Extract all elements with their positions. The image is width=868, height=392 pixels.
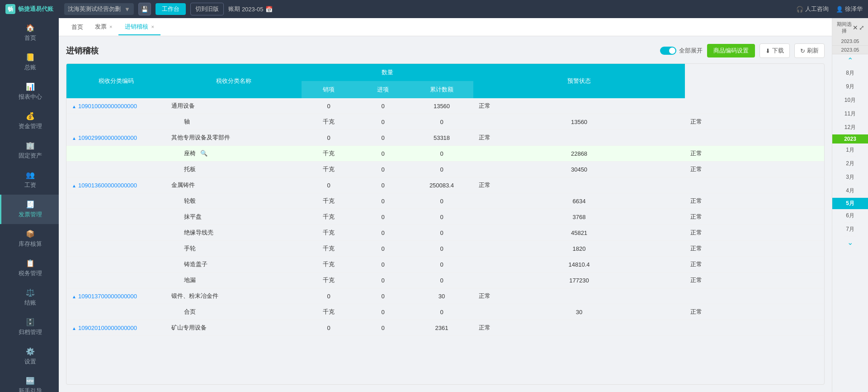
sidebar-item-finance[interactable]: 💰 资金管理 [0,106,59,136]
sidebar-item-salary[interactable]: 👥 工资 [0,165,59,195]
table-row[interactable]: ▲109029900000000000 其他专用设备及零部件 0 0 53318… [66,130,824,146]
period-month-7[interactable]: 7月 [844,223,856,236]
period-label: 账期 [228,5,240,13]
cell-purchase: 0 [356,98,410,114]
close-panel-icon[interactable]: ✕ [853,24,858,31]
cell-unit: 千克 [302,146,356,162]
invoice-icon: 🧾 [26,200,35,209]
sidebar-item-settings[interactable]: ⚙️ 设置 [0,342,59,371]
sidebar-item-archive[interactable]: 🗄️ 归档管理 [0,312,59,342]
brand-icon: 畅 [5,4,15,14]
tab-reconcile[interactable]: 进销稽核 × [118,19,160,35]
tax-icon: 📋 [26,259,35,268]
table-row[interactable]: ▲109013700000000000 锻件、粉末冶金件 0 0 30 正常 [66,288,824,304]
tab-reconcile-close[interactable]: × [151,24,154,29]
table-row[interactable]: ▲109010000000000000 通用设备 0 0 13560 正常 [66,98,824,114]
download-button[interactable]: ⬇ 下载 [760,43,790,58]
period-month-2[interactable]: 2月 [844,157,856,171]
sidebar-item-report[interactable]: 📊 报表中心 [0,77,59,106]
company-name: 沈海英测试经营勿删 [68,5,121,13]
sidebar: 🏠 首页 📒 总账 📊 报表中心 💰 资金管理 🏢 固定资产 👥 工资 🧾 发票… [0,18,59,392]
table-row[interactable]: 绝缘导线壳 千克 0 0 45821 正常 [66,225,824,241]
period-month-10[interactable]: 10月 [843,94,858,107]
sidebar-item-inventory[interactable]: 📦 库存核算 [0,224,59,253]
cell-purchase: 0 [410,209,473,225]
sidebar-item-settlement[interactable]: ⚖️ 结账 [0,283,59,312]
tab-invoice[interactable]: 发票 × [89,19,118,35]
cell-purchase: 0 [356,130,410,146]
switch-version-button[interactable]: 切到旧版 [190,3,224,15]
table-row[interactable]: 座椅 🔍 千克 0 0 22868 正常 [66,146,824,162]
tab-invoice-close[interactable]: × [109,24,112,29]
refresh-button[interactable]: ↻ 刷新 [794,43,825,58]
period-month-11[interactable]: 11月 [843,107,858,121]
table-row[interactable]: ▲109013600000000000 金属铸件 0 0 250083.4 正常 [66,177,824,193]
cell-code: ▲109010000000000000 [66,98,166,114]
cell-total: 6634 [473,193,685,209]
calendar-icon[interactable]: 📅 [265,6,273,13]
content-area: 首页 发票 × 进销稽核 × 进销稽核 全部展开 商品编码设置 [59,18,832,392]
product-code-button[interactable]: 商品编码设置 [707,44,755,57]
cell-purchase: 0 [356,288,410,304]
period-month-12[interactable]: 12月 [843,121,858,134]
workstation-button[interactable]: 工作台 [156,3,186,15]
table-row[interactable]: 手轮 千克 0 0 1820 正常 [66,241,824,257]
tab-home[interactable]: 首页 [66,23,89,31]
table-row[interactable]: 抹平盘 千克 0 0 3768 正常 [66,209,824,225]
cell-unit: 千克 [302,272,356,288]
period-month-9[interactable]: 9月 [844,80,856,94]
download-label: 下载 [772,47,784,55]
table-row[interactable]: 托板 千克 0 0 30450 正常 [66,162,824,177]
period-month-6[interactable]: 6月 [844,209,856,223]
table-row[interactable]: 合页 千克 0 0 30 正常 [66,304,824,320]
expand-panel-icon[interactable]: ⤢ [859,24,864,31]
table-row[interactable]: 地漏 千克 0 0 177230 正常 [66,272,824,288]
expand-icon[interactable]: ▲ [72,294,76,299]
period-month-3[interactable]: 3月 [844,171,856,184]
right-panel: 期间选择 ✕ ⤢ 2023.05 2023.05 ⌃ 8月 9月 10月 11月… [832,18,868,392]
sidebar-item-ledger[interactable]: 📒 总账 [0,48,59,77]
expand-icon[interactable]: ▲ [72,136,76,141]
data-table-container[interactable]: 税收分类编码 税收分类名称 数量 预警状态 销项 进项 累计数额 [66,63,825,385]
user-avatar[interactable]: 👤 徐泽华 [836,5,863,13]
cell-code [66,162,166,177]
period-month-1[interactable]: 1月 [844,143,856,157]
sidebar-item-invoice[interactable]: 🧾 发票管理 [0,195,59,224]
search-icon[interactable]: 🔍 [200,150,208,157]
support-button[interactable]: 🎧 人工咨询 [796,5,829,13]
cell-total: 177230 [473,272,685,288]
sidebar-item-guide[interactable]: 🆕 新手引导 [0,371,59,392]
sidebar-item-tax[interactable]: 📋 税务管理 [0,253,59,283]
cell-total: 13560 [473,114,685,130]
table-row[interactable]: 轮毂 千克 0 0 6634 正常 [66,193,824,209]
table-row[interactable]: 铸造盖子 千克 0 0 14810.4 正常 [66,257,824,272]
cell-unit: 千克 [302,257,356,272]
table-row[interactable]: 轴 千克 0 0 13560 正常 [66,114,824,130]
cell-purchase: 0 [410,146,473,162]
save-button[interactable]: 💾 [138,3,151,15]
cell-name: 金属铸件 [166,177,302,193]
table-row[interactable]: ▲109020100000000000 矿山专用设备 0 0 2361 正常 [66,320,824,336]
expand-icon[interactable]: ▲ [72,104,76,109]
cell-total: 53318 [410,130,473,146]
period-display: 账期 2023-05 📅 [228,5,273,13]
tab-bar: 首页 发票 × 进销稽核 × [59,18,832,36]
company-selector[interactable]: 沈海英测试经营勿删 ▼ [64,3,134,15]
scroll-down-button[interactable]: ⌄ [845,236,855,249]
cell-status: 正常 [685,241,824,257]
cell-code [66,114,166,130]
period-month-5-active[interactable]: 5月 [832,198,868,209]
expand-icon[interactable]: ▲ [72,183,76,188]
cell-total: 45821 [473,225,685,241]
support-label: 人工咨询 [805,5,829,13]
sidebar-item-assets[interactable]: 🏢 固定资产 [0,136,59,165]
cell-code [66,209,166,225]
expand-toggle[interactable] [660,47,676,55]
expand-icon[interactable]: ▲ [72,326,76,331]
cell-status: 正常 [685,162,824,177]
cell-status: 正常 [685,114,824,130]
scroll-up-button[interactable]: ⌃ [845,54,855,67]
period-month-4[interactable]: 4月 [844,184,856,198]
period-month-8[interactable]: 8月 [844,67,856,80]
sidebar-item-home[interactable]: 🏠 首页 [0,18,59,48]
